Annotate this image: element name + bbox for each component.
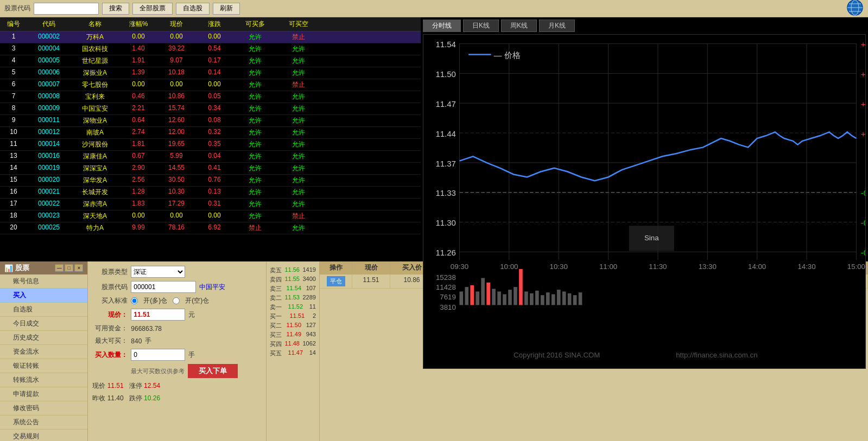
table-row[interactable]: 7 000008 宝利来 0.46 10.86 0.05 允许 允许 xyxy=(0,91,421,103)
table-row[interactable]: 8 000009 中国宝安 2.21 15.74 0.34 允许 允许 xyxy=(0,103,421,115)
table-row[interactable]: 14 000019 深深宝A 2.90 14.55 0.41 允许 允许 xyxy=(0,163,421,175)
ob-buy-row: 买三11.49943 xyxy=(269,330,317,340)
close-position-button[interactable]: 平仓 xyxy=(327,276,345,286)
radio-long-label: 开(多)仓 xyxy=(143,296,167,305)
svg-text:15238: 15238 xyxy=(436,273,456,282)
svg-text:11.33: 11.33 xyxy=(435,188,455,197)
table-row[interactable]: 6 000007 零七股份 0.00 0.00 0.00 允许 禁止 xyxy=(0,79,421,91)
available-funds-row: 可用资金： 966863.78 xyxy=(92,324,262,333)
sidebar-item-资金流水[interactable]: 资金流水 xyxy=(0,345,87,359)
svg-rect-51 xyxy=(476,291,479,305)
table-row[interactable]: 16 000021 长城开发 1.28 10.30 0.13 允许 允许 xyxy=(0,187,421,199)
svg-rect-55 xyxy=(497,291,501,305)
cell-price: 14.55 xyxy=(157,163,195,174)
stock-table-body[interactable]: 1 000002 万科A 0.00 0.00 0.00 允许 禁止 3 0000… xyxy=(0,31,421,261)
table-row[interactable]: 9 000011 深物业A 0.64 12.60 0.08 允许 允许 xyxy=(0,115,421,127)
sidebar-item-系统公告[interactable]: 系统公告 xyxy=(0,416,87,430)
trade-form: 股票类型 深证 股票代码 中国平安 买入标准 开(多)仓 开(空)仓 现价： 元 xyxy=(88,261,267,441)
table-row[interactable]: 11 000014 沙河股份 1.81 19.65 0.35 允许 允许 xyxy=(0,139,421,151)
cell-num: 14 xyxy=(0,163,27,174)
stock-code-input[interactable] xyxy=(34,3,99,15)
cell-sell: 允许 xyxy=(277,187,320,198)
cell-pct: 2.74 xyxy=(119,127,157,138)
svg-rect-48 xyxy=(459,291,463,305)
tab-weekly[interactable]: 周K线 xyxy=(501,20,537,32)
cell-empty xyxy=(320,31,337,43)
sidebar-item-转账流水[interactable]: 转账流水 xyxy=(0,373,87,387)
cell-change: 0.00 xyxy=(195,79,233,91)
ob-label: 卖一 xyxy=(270,303,282,311)
ob-price: 11.54 xyxy=(286,285,301,293)
stock-code-form-input[interactable] xyxy=(131,281,196,293)
cell-code: 000007 xyxy=(27,79,71,91)
tab-monthly[interactable]: 月K线 xyxy=(539,20,575,32)
restore-button[interactable]: □ xyxy=(65,264,73,272)
minimize-button[interactable]: — xyxy=(55,264,64,272)
svg-rect-62 xyxy=(535,291,539,305)
svg-text:3810: 3810 xyxy=(440,303,456,311)
sidebar-item-买入[interactable]: 买入 xyxy=(0,289,87,303)
sidebar-item-今日成交[interactable]: 今日成交 xyxy=(0,317,87,331)
ob-vol: 2289 xyxy=(303,294,316,302)
cell-change: 0.14 xyxy=(195,67,233,79)
stock-type-select[interactable]: 深证 xyxy=(131,266,185,278)
svg-text:Sina: Sina xyxy=(644,234,659,242)
sidebar-item-自选股[interactable]: 自选股 xyxy=(0,303,87,317)
table-row[interactable]: 3 000004 国农科技 1.40 39.22 0.54 允许 允许 xyxy=(0,43,421,55)
table-row[interactable]: 17 000022 深赤湾A 1.83 17.29 0.31 允许 允许 xyxy=(0,199,421,210)
cell-num: 5 xyxy=(0,67,27,79)
svg-text:Copyright 2016 SINA.COM: Copyright 2016 SINA.COM xyxy=(514,351,600,359)
cell-name: 世纪星源 xyxy=(71,55,119,67)
price-input[interactable] xyxy=(131,309,185,321)
pos-action[interactable]: 平仓 xyxy=(320,274,352,288)
cell-buy: 允许 xyxy=(233,115,277,126)
sidebar-title: 股票 xyxy=(15,263,29,273)
tab-daily[interactable]: 日K线 xyxy=(463,20,499,32)
col-header-change: 涨跌 xyxy=(195,18,233,30)
sidebar-item-申请提款[interactable]: 申请提款 xyxy=(0,387,87,401)
sidebar-item-银证转账[interactable]: 银证转账 xyxy=(0,359,87,373)
table-row[interactable]: 13 000016 深康佳A 0.67 5.99 0.04 允许 允许 xyxy=(0,151,421,163)
cell-sell: 允许 xyxy=(277,199,320,210)
table-row[interactable]: 18 000023 深天地A 0.00 0.00 0.00 允许 禁止 xyxy=(0,210,421,222)
cell-change: 0.31 xyxy=(195,199,233,210)
cell-sell: 允许 xyxy=(277,91,320,103)
sidebar-item-历史成交[interactable]: 历史成交 xyxy=(0,331,87,345)
table-row[interactable]: 1 000002 万科A 0.00 0.00 0.00 允许 禁止 xyxy=(0,31,421,43)
qty-input[interactable] xyxy=(131,349,185,361)
cell-sell: 允许 xyxy=(277,67,320,79)
stock-code-row: 股票代码 中国平安 xyxy=(92,281,262,293)
cell-code: 000021 xyxy=(27,187,71,198)
table-row[interactable]: 15 000020 深华发A 2.56 30.50 0.76 允许 允许 xyxy=(0,175,421,187)
all-stocks-button[interactable]: 全部股票 xyxy=(132,3,173,15)
cell-price: 10.18 xyxy=(157,67,195,79)
buy-submit-button[interactable]: 买入下单 xyxy=(188,364,238,378)
sidebar-item-修改密码[interactable]: 修改密码 xyxy=(0,401,87,416)
cell-empty xyxy=(320,55,337,67)
svg-text:+0.61%: +0.61% xyxy=(861,99,865,108)
table-row[interactable]: 10 000012 南玻A 2.74 12.00 0.32 允许 允许 xyxy=(0,127,421,139)
table-row[interactable]: 4 000005 世纪星源 1.91 9.07 0.17 允许 允许 xyxy=(0,55,421,67)
close-button[interactable]: × xyxy=(74,264,83,272)
search-button[interactable]: 搜索 xyxy=(102,3,129,15)
ob-buy-row: 买五11.4714 xyxy=(269,349,317,358)
svg-text:-0.31%: -0.31% xyxy=(861,188,865,197)
cell-name: 南玻A xyxy=(71,127,119,138)
cell-sell: 允许 xyxy=(277,127,320,138)
sidebar-item-交易规则[interactable]: 交易规则 xyxy=(0,430,87,441)
radio-long[interactable] xyxy=(131,297,138,304)
table-row[interactable]: 20 000025 特力A 9.99 78.16 6.92 禁止 允许 xyxy=(0,222,421,234)
radio-short[interactable] xyxy=(173,297,180,304)
svg-text:+0.92%: +0.92% xyxy=(861,69,865,79)
cell-code: 000020 xyxy=(27,175,71,186)
cell-code: 000012 xyxy=(27,127,71,138)
watchlist-button[interactable]: 自选股 xyxy=(176,3,210,15)
tab-minute[interactable]: 分时线 xyxy=(423,20,461,32)
cell-change: 0.32 xyxy=(195,127,233,138)
cell-buy: 允许 xyxy=(233,151,277,162)
sidebar-item-账号信息[interactable]: 账号信息 xyxy=(0,274,87,289)
ob-vol: 1062 xyxy=(303,340,316,348)
table-row[interactable]: 5 000006 深振业A 1.39 10.18 0.14 允许 允许 xyxy=(0,67,421,79)
refresh-button[interactable]: 刷新 xyxy=(213,3,240,15)
cell-change: 0.54 xyxy=(195,43,233,55)
